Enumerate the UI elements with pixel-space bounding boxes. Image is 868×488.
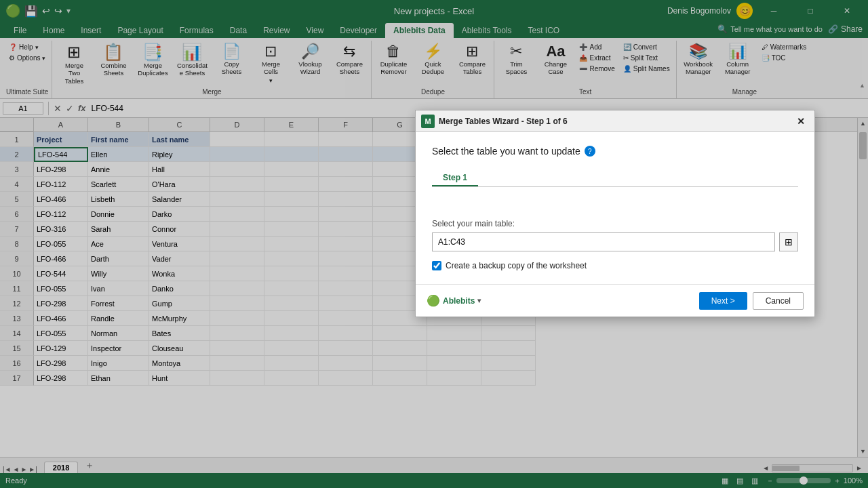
menu-file[interactable]: File — [5, 23, 35, 38]
workbook-manager-btn[interactable]: 📚 Workbook Manager — [679, 42, 717, 78]
quick-dedupe-btn[interactable]: ⚡ Quick Dedupe — [414, 42, 452, 78]
zoom-thumb[interactable] — [800, 476, 808, 485]
empty-cell[interactable] — [210, 356, 264, 371]
data-cell[interactable]: Lisbeth — [88, 192, 149, 207]
empty-cell[interactable] — [319, 281, 373, 296]
sheet-nav-first[interactable]: |◄ — [3, 466, 12, 473]
hscroll-left[interactable]: ◄ — [760, 463, 772, 473]
empty-cell[interactable] — [264, 237, 319, 251]
user-avatar[interactable]: 😊 — [736, 3, 753, 19]
zoom-out-btn[interactable]: － — [766, 476, 774, 486]
zoom-in-btn[interactable]: ＋ — [833, 476, 841, 486]
step-tab-active[interactable]: Step 1 — [432, 170, 478, 186]
data-cell[interactable]: Clouseau — [149, 341, 210, 356]
header-cell[interactable]: Last name — [149, 132, 210, 147]
data-cell[interactable]: Ace — [88, 237, 149, 251]
data-cell[interactable]: LFO-055 — [34, 326, 88, 341]
empty-cell[interactable] — [319, 132, 373, 147]
data-cell[interactable]: Annie — [88, 162, 149, 177]
empty-cell[interactable] — [210, 266, 264, 281]
empty-cell[interactable] — [427, 371, 481, 386]
menu-insert[interactable]: Insert — [73, 23, 109, 38]
data-cell[interactable]: LFO-316 — [34, 222, 88, 237]
empty-cell[interactable] — [319, 162, 373, 177]
data-cell[interactable]: LFO-544 — [34, 266, 88, 281]
data-cell[interactable]: Willy — [88, 266, 149, 281]
data-cell[interactable]: LFO-466 — [34, 251, 88, 266]
scroll-down-btn[interactable]: ▼ — [858, 446, 868, 457]
data-cell[interactable]: Wonka — [149, 266, 210, 281]
maximize-btn[interactable]: □ — [795, 0, 826, 22]
hscroll-thumb[interactable] — [772, 466, 800, 471]
empty-cell[interactable] — [427, 326, 481, 341]
data-cell[interactable]: Scarlett — [88, 177, 149, 192]
empty-cell[interactable] — [264, 132, 319, 147]
data-cell[interactable]: McMurphy — [149, 311, 210, 326]
empty-cell[interactable] — [373, 371, 427, 386]
empty-cell[interactable] — [319, 326, 373, 341]
layout-preview-icon[interactable]: ▥ — [751, 476, 758, 485]
data-cell[interactable]: LFO-544 — [34, 147, 88, 162]
empty-cell[interactable] — [264, 207, 319, 222]
empty-cell[interactable] — [210, 132, 264, 147]
empty-cell[interactable] — [264, 326, 319, 341]
empty-cell[interactable] — [319, 237, 373, 251]
merge-two-tables-btn[interactable]: ⊞ Merge Two Tables — [55, 42, 93, 87]
scroll-thumb[interactable] — [859, 132, 867, 159]
cancel-btn[interactable]: Cancel — [753, 292, 804, 310]
close-btn[interactable]: ✕ — [831, 0, 863, 22]
data-cell[interactable]: LFO-112 — [34, 207, 88, 222]
data-cell[interactable]: Inigo — [88, 356, 149, 371]
data-cell[interactable]: Sarah — [88, 222, 149, 237]
empty-cell[interactable] — [319, 356, 373, 371]
menu-test-ico[interactable]: Test ICO — [520, 23, 568, 38]
data-cell[interactable]: Ellen — [88, 147, 149, 162]
options-btn[interactable]: ⚙ Options ▾ — [5, 53, 49, 63]
empty-cell[interactable] — [264, 162, 319, 177]
data-cell[interactable]: Darth — [88, 251, 149, 266]
data-cell[interactable]: LFO-112 — [34, 177, 88, 192]
empty-cell[interactable] — [264, 222, 319, 237]
menu-view[interactable]: View — [298, 23, 332, 38]
dialog-close-btn[interactable]: ✕ — [793, 113, 809, 129]
empty-cell[interactable] — [210, 192, 264, 207]
redo-btn[interactable]: ↪ — [54, 5, 62, 16]
copy-sheets-btn[interactable]: 📄 Copy Sheets — [212, 42, 250, 78]
empty-cell[interactable] — [319, 341, 373, 356]
hscroll-track[interactable] — [772, 464, 853, 472]
data-cell[interactable]: Hall — [149, 162, 210, 177]
fx-icon[interactable]: fx — [78, 103, 86, 114]
compare-tables-btn[interactable]: ⊞ Compare Tables — [453, 42, 491, 78]
empty-cell[interactable] — [319, 311, 373, 326]
sheet-nav-last[interactable]: ►| — [28, 466, 37, 473]
empty-cell[interactable] — [319, 251, 373, 266]
empty-cell[interactable] — [373, 326, 427, 341]
vlookup-wizard-btn[interactable]: 🔎 Vlookup Wizard — [291, 42, 329, 78]
data-cell[interactable]: Vader — [149, 251, 210, 266]
empty-cell[interactable] — [373, 341, 427, 356]
search-bar[interactable]: 🔍 Tell me what you want to do — [717, 24, 823, 34]
data-cell[interactable]: Gump — [149, 296, 210, 311]
empty-cell[interactable] — [210, 296, 264, 311]
data-cell[interactable]: Connor — [149, 222, 210, 237]
merge-cells-btn[interactable]: ⊡ Merge Cells ▾ — [252, 42, 290, 86]
zoom-slider[interactable] — [776, 478, 831, 483]
empty-cell[interactable] — [319, 177, 373, 192]
empty-cell[interactable] — [319, 192, 373, 207]
watermarks-btn[interactable]: 🖊 Watermarks — [758, 42, 810, 52]
empty-cell[interactable] — [210, 162, 264, 177]
extract-btn[interactable]: 📤 Extract — [576, 53, 618, 63]
data-cell[interactable]: Bates — [149, 326, 210, 341]
data-cell[interactable]: Randle — [88, 311, 149, 326]
data-cell[interactable]: LFO-466 — [34, 192, 88, 207]
table-row[interactable]: 16LFO-298InigoMontoya — [0, 356, 857, 371]
customize-btn[interactable]: ▾ — [66, 6, 71, 16]
minimize-btn[interactable]: ─ — [758, 0, 789, 22]
split-text-btn[interactable]: ✂ Split Text — [620, 53, 673, 63]
combine-sheets-btn[interactable]: 📋 Combine Sheets — [94, 42, 132, 79]
data-cell[interactable]: Donnie — [88, 207, 149, 222]
data-cell[interactable]: LFO-055 — [34, 237, 88, 251]
data-cell[interactable]: Hunt — [149, 371, 210, 386]
empty-cell[interactable] — [264, 192, 319, 207]
layout-normal-icon[interactable]: ▦ — [722, 476, 728, 485]
